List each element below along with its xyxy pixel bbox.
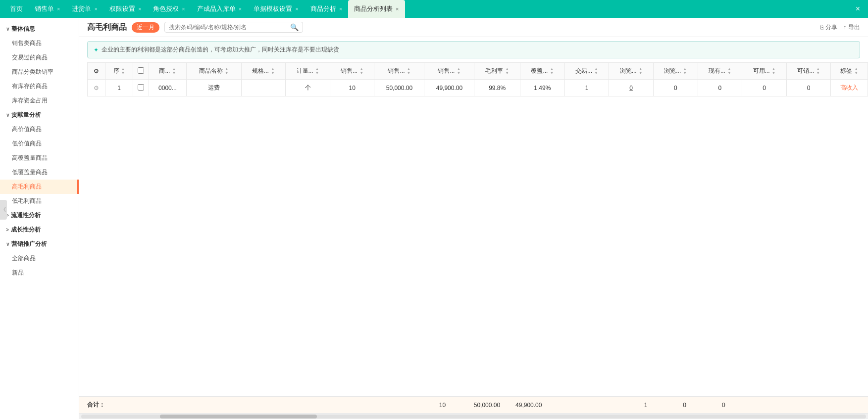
footer-cell-salable: [821, 402, 860, 409]
col-header-unit[interactable]: 计量...▲▼: [286, 63, 330, 80]
nav-close-icon[interactable]: ×: [138, 6, 141, 12]
col-header-coverage[interactable]: 覆盖...▲▼: [520, 63, 565, 80]
sidebar-section-营销推广分析[interactable]: ∨营销推广分析: [0, 237, 79, 251]
col-header-check[interactable]: [133, 63, 149, 80]
nav-item-首页[interactable]: 首页: [4, 0, 29, 18]
cell-tag: 高收入: [831, 80, 868, 96]
col-header-salable[interactable]: 可销...▲▼: [786, 63, 831, 80]
section-title-label: 整体信息: [11, 25, 35, 33]
nav-item-商品分析列表[interactable]: 商品分析列表×: [348, 0, 405, 18]
sidebar-item-新品[interactable]: 新品: [0, 266, 79, 280]
col-label-browse2: 浏览...: [664, 67, 681, 75]
close-all-button[interactable]: ×: [852, 4, 864, 13]
scrollbar-thumb[interactable]: [160, 415, 317, 419]
col-header-sales_profit[interactable]: 销售...▲▼: [424, 63, 474, 80]
nav-close-icon[interactable]: ×: [396, 6, 399, 12]
sidebar-item-高覆盖量商品[interactable]: 高覆盖量商品: [0, 151, 79, 165]
nav-close-icon[interactable]: ×: [339, 6, 342, 12]
content-header: 高毛利商品 近一月 🔍 ⎘ 分享 ↑ 导出: [79, 18, 868, 37]
footer-cell-index: [166, 402, 205, 409]
col-header-available[interactable]: 可用...▲▼: [742, 63, 787, 80]
sidebar-item-库存资金占用[interactable]: 库存资金占用: [0, 93, 79, 108]
row-checkbox[interactable]: [138, 84, 144, 91]
nav-close-icon[interactable]: ×: [182, 6, 185, 12]
nav-item-单据模板设置[interactable]: 单据模板设置×: [248, 0, 304, 18]
nav-item-产成品入库单[interactable]: 产成品入库单×: [191, 0, 248, 18]
nav-item-销售单[interactable]: 销售单×: [29, 0, 66, 18]
sidebar-item-销售类商品[interactable]: 销售类商品: [0, 36, 79, 50]
col-header-gross_margin[interactable]: 毛利率▲▼: [474, 63, 520, 80]
select-all-checkbox[interactable]: [138, 67, 144, 74]
export-button[interactable]: ↑ 导出: [843, 23, 860, 32]
cell-coverage: 1.49%: [520, 80, 565, 96]
share-button[interactable]: ⎘ 分享: [820, 23, 837, 32]
sort-icon-gross_margin: ▲▼: [505, 67, 509, 75]
sidebar-item-高价值商品[interactable]: 高价值商品: [0, 122, 79, 137]
sidebar-section-成长性分析[interactable]: >成长性分析: [0, 223, 79, 237]
nav-item-角色授权[interactable]: 角色授权×: [147, 0, 191, 18]
sidebar-item-商品分类助销率[interactable]: 商品分类助销率: [0, 65, 79, 79]
cell-sales_qty: 10: [330, 80, 374, 96]
sidebar-item-交易过的商品[interactable]: 交易过的商品: [0, 50, 79, 65]
nav-item-权限设置[interactable]: 权限设置×: [103, 0, 147, 18]
nav-close-icon[interactable]: ×: [57, 6, 60, 12]
nav-close-icon[interactable]: ×: [239, 6, 242, 12]
export-icon: ↑: [843, 24, 846, 31]
col-header-name[interactable]: 商品名称▲▼: [186, 63, 241, 80]
col-header-index[interactable]: 序▲▼: [105, 63, 133, 80]
scrollbar-track[interactable]: [81, 415, 866, 419]
col-label-spec: 规格...: [252, 67, 269, 75]
footer-cell-browse1: 0: [665, 402, 704, 409]
cell-browse1[interactable]: 0: [609, 80, 654, 96]
table-row: ⚙10000...运费个1050,000.0049,900.0099.8%1.4…: [88, 80, 868, 96]
col-header-transactions[interactable]: 交易...▲▼: [564, 63, 609, 80]
col-header-tag[interactable]: 标签▲▼: [831, 63, 868, 80]
col-header-browse1[interactable]: 浏览...▲▼: [609, 63, 654, 80]
nav-item-进货单[interactable]: 进货单×: [66, 0, 103, 18]
sidebar-collapse-button[interactable]: 《: [0, 200, 7, 220]
settings-column-header[interactable]: ⚙: [88, 63, 105, 80]
sidebar-section-整体信息[interactable]: ∨整体信息: [0, 22, 79, 36]
filter-button[interactable]: 近一月: [132, 22, 159, 33]
search-input[interactable]: [169, 24, 290, 31]
sort-icon-salable: ▲▼: [816, 67, 820, 75]
col-header-browse2[interactable]: 浏览...▲▼: [653, 63, 698, 80]
nav-item-商品分析[interactable]: 商品分析×: [305, 0, 348, 18]
col-header-sales_qty[interactable]: 销售...▲▼: [330, 63, 374, 80]
sidebar-item-全部商品[interactable]: 全部商品: [0, 251, 79, 266]
share-label: 分享: [825, 23, 837, 32]
footer-label: 合计：: [87, 401, 127, 409]
cell-name[interactable]: 运费: [186, 80, 241, 96]
row-settings[interactable]: ⚙: [88, 80, 105, 96]
col-header-spec[interactable]: 规格...▲▼: [241, 63, 286, 80]
sidebar-item-高毛利商品[interactable]: 高毛利商品: [0, 180, 79, 194]
section-title-label: 成长性分析: [11, 226, 41, 234]
sidebar-section-贡献量分析[interactable]: ∨贡献量分析: [0, 108, 79, 122]
nav-close-icon[interactable]: ×: [295, 6, 298, 12]
section-arrow-icon: >: [6, 227, 9, 233]
header-actions: ⎘ 分享 ↑ 导出: [820, 23, 860, 32]
footer-cell-browse2: 0: [704, 402, 743, 409]
col-label-browse1: 浏览...: [620, 67, 637, 75]
sidebar-section-流通性分析[interactable]: >流通性分析: [0, 208, 79, 223]
sidebar-item-有库存的商品[interactable]: 有库存的商品: [0, 79, 79, 93]
sidebar-item-低毛利商品[interactable]: 低毛利商品: [0, 194, 79, 208]
browse-link[interactable]: 0: [629, 85, 633, 92]
settings-icon[interactable]: ⚙: [94, 68, 99, 75]
footer-cell-sales_qty: 10: [420, 402, 464, 409]
footer-cell-code: [244, 402, 303, 409]
sidebar-item-低覆盖量商品[interactable]: 低覆盖量商品: [0, 165, 79, 180]
share-icon: ⎘: [820, 24, 823, 31]
col-label-transactions: 交易...: [575, 67, 592, 75]
section-arrow-icon: ∨: [6, 112, 9, 118]
row-settings-icon[interactable]: ⚙: [94, 85, 99, 92]
col-header-sales_amount[interactable]: 销售...▲▼: [374, 63, 424, 80]
sidebar-item-低价值商品[interactable]: 低价值商品: [0, 137, 79, 151]
col-header-code[interactable]: 商...▲▼: [149, 63, 187, 80]
search-icon[interactable]: 🔍: [290, 23, 299, 31]
table-container[interactable]: ⚙序▲▼商...▲▼商品名称▲▼规格...▲▼计量...▲▼销售...▲▼销售.…: [79, 62, 868, 396]
col-header-current_stock[interactable]: 现有...▲▼: [698, 63, 742, 80]
nav-close-icon[interactable]: ×: [94, 6, 97, 12]
horizontal-scrollbar[interactable]: [79, 413, 868, 419]
top-nav: 首页销售单×进货单×权限设置×角色授权×产成品入库单×单据模板设置×商品分析×商…: [0, 0, 868, 18]
